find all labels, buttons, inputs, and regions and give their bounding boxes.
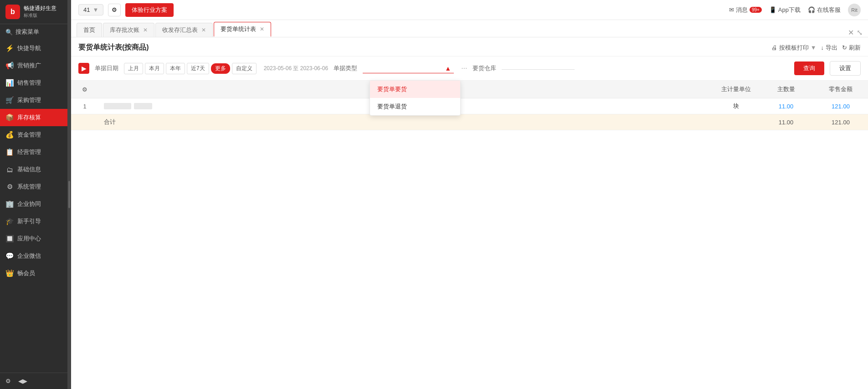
user-avatar[interactable]: Rit	[848, 4, 861, 16]
th-qty: 主数量	[759, 81, 813, 98]
expand-icon: ▶	[82, 65, 87, 72]
th-unit: 主计量单位	[713, 81, 759, 98]
message-icon: ✉	[729, 6, 734, 13]
collapse-icon[interactable]: ◀▶	[18, 378, 27, 384]
sidebar-item-sales[interactable]: 📊 销售管理	[0, 74, 67, 92]
dropdown-item-order-return[interactable]: 要货单退货	[370, 98, 460, 115]
sidebar-scrollbar[interactable]	[67, 0, 71, 389]
filter-more-icon[interactable]: ···	[461, 64, 467, 72]
settings-icon[interactable]: ⚙	[5, 378, 11, 384]
sidebar-item-system[interactable]: ⚙ 系统管理	[0, 178, 67, 195]
gear-icon: ⚙	[112, 6, 117, 13]
sidebar-item-guide[interactable]: 🎓 新手引导	[0, 213, 67, 230]
page-content: 要货单统计表(按商品) 🖨 按模板打印 ▼ ↓ 导出 ↻ 刷新	[71, 37, 868, 389]
gear-button[interactable]: ⚙	[108, 4, 121, 16]
date-btn-more[interactable]: 更多	[211, 63, 230, 74]
sidebar-item-basic[interactable]: 🗂 基础信息	[0, 161, 67, 178]
date-btn-custom[interactable]: 自定义	[232, 63, 257, 74]
cell-qty: 11.00	[759, 98, 813, 114]
enterprise-icon: 🏢	[5, 200, 14, 208]
download-icon: 📱	[769, 6, 776, 13]
print-dropdown-icon: ▼	[811, 44, 817, 51]
sidebar-item-purchase[interactable]: 🛒 采购管理	[0, 92, 67, 109]
cell-no: 1	[71, 98, 98, 114]
type-dropdown: 要货单要货 要货单退货	[370, 80, 461, 116]
sidebar-item-enterprise[interactable]: 🏢 企业协同	[0, 195, 67, 213]
sidebar-item-operation[interactable]: 📋 经营管理	[0, 143, 67, 161]
dropdown-arrow-icon: ▼	[92, 6, 98, 13]
main-area: 41 ▼ ⚙ 体验行业方案 ✉ 消息 99+ 📱 App下载 🎧 在线客服	[71, 0, 868, 389]
date-btn-this-year[interactable]: 本年	[166, 63, 185, 74]
sidebar-item-inventory[interactable]: 📦 库存核算	[0, 109, 67, 126]
date-btn-this-month[interactable]: 本月	[145, 63, 164, 74]
operation-icon: 📋	[5, 148, 14, 156]
sidebar-item-finance[interactable]: 💰 资金管理	[0, 126, 67, 143]
warehouse-label: 要货仓库	[473, 64, 496, 72]
online-service-button[interactable]: 🎧 在线客服	[808, 6, 841, 14]
dropdown-item-order-goods[interactable]: 要货单要货	[370, 81, 460, 98]
filter-row: ▶ 单据日期 上月 本月 本年 近7天 更多 自定义 2023-05-06 至 …	[71, 56, 868, 81]
tab-batch-account[interactable]: 库存批次账 ✕	[103, 23, 154, 37]
page-title: 要货单统计表(按商品)	[78, 43, 149, 52]
headset-icon: 🎧	[808, 6, 815, 13]
trial-button[interactable]: 体验行业方案	[125, 3, 174, 17]
export-button[interactable]: ↓ 导出	[821, 44, 838, 52]
header-right: ✉ 消息 99+ 📱 App下载 🎧 在线客服 Rit	[729, 4, 861, 16]
tab-close-batch[interactable]: ✕	[143, 27, 148, 33]
purchase-icon: 🛒	[5, 96, 14, 104]
settings-button[interactable]: 设置	[830, 61, 861, 76]
tab-home[interactable]: 首页	[77, 23, 102, 37]
scrollbar-thumb	[68, 181, 70, 208]
footer-amount: 121.00	[813, 114, 868, 130]
header-left: 41 ▼ ⚙ 体验行业方案	[78, 3, 174, 17]
marketing-icon: 📢	[5, 61, 14, 70]
inventory-icon: 📦	[5, 113, 14, 122]
finance-icon: 💰	[5, 131, 14, 139]
sidebar-item-quick-nav[interactable]: ⚡ 快捷导航	[0, 40, 67, 57]
product-code-placeholder	[134, 103, 152, 109]
sales-icon: 📊	[5, 79, 14, 87]
sidebar-item-appstore[interactable]: 🔲 应用中心	[0, 230, 67, 247]
logo-text: 畅捷通好生意 标准版	[24, 5, 56, 19]
sidebar-item-member[interactable]: 👑 畅会员	[0, 265, 67, 282]
logo-icon: b	[5, 5, 20, 19]
print-button[interactable]: 🖨 按模板打印 ▼	[771, 44, 817, 52]
sidebar-bottom: ⚙ ◀▶	[0, 373, 67, 389]
table-header-row: ⚙ 商品 主计量单位 主数量 零售金额	[71, 81, 868, 98]
basic-icon: 🗂	[5, 165, 14, 174]
tab-close-receipt[interactable]: ✕	[201, 27, 206, 33]
page-title-row: 要货单统计表(按商品) 🖨 按模板打印 ▼ ↓ 导出 ↻ 刷新	[71, 37, 868, 56]
footer-qty: 11.00	[759, 114, 813, 130]
type-label: 单据类型	[334, 64, 357, 72]
export-icon: ↓	[821, 44, 824, 51]
store-selector[interactable]: 41 ▼	[78, 4, 103, 15]
member-icon: 👑	[5, 269, 14, 277]
th-settings[interactable]: ⚙	[71, 81, 98, 98]
cell-amount: 121.00	[813, 98, 868, 114]
app-download-button[interactable]: 📱 App下载	[769, 6, 801, 14]
messages-button[interactable]: ✉ 消息 99+	[729, 6, 762, 14]
tab-receipt-summary[interactable]: 收发存汇总表 ✕	[155, 23, 213, 37]
quick-nav-icon: ⚡	[5, 44, 14, 52]
footer-label: 合计	[98, 114, 713, 130]
sidebar-item-wechat[interactable]: 💬 企业微信	[0, 247, 67, 265]
column-settings-icon[interactable]: ⚙	[82, 86, 87, 93]
guide-icon: 🎓	[5, 217, 14, 225]
date-btn-7days[interactable]: 近7天	[187, 63, 209, 74]
product-name-placeholder	[104, 103, 131, 109]
tab-order-stats[interactable]: 要货单统计表 ✕	[214, 22, 271, 37]
query-button[interactable]: 查询	[794, 61, 824, 75]
sidebar-nav: ⚡ 快捷导航 📢 营销推广 📊 销售管理 🛒 采购管理 📦 库存核算 💰 资金管…	[0, 40, 67, 373]
tab-close-all-icon[interactable]: ✕	[848, 28, 854, 37]
sidebar-search[interactable]: 🔍 搜索菜单	[0, 24, 67, 40]
sidebar-item-marketing[interactable]: 📢 营销推广	[0, 57, 67, 74]
refresh-button[interactable]: ↻ 刷新	[842, 44, 861, 52]
tab-expand-icon[interactable]: ⤡	[857, 28, 863, 37]
sidebar: b 畅捷通好生意 标准版 🔍 搜索菜单 ⚡ 快捷导航 📢 营销推广 📊 销售管理…	[0, 0, 67, 389]
tab-close-order[interactable]: ✕	[260, 26, 264, 32]
date-btn-last-month[interactable]: 上月	[124, 63, 143, 74]
type-select[interactable]: ▲	[363, 64, 454, 73]
warehouse-select[interactable]	[502, 67, 575, 70]
filter-expand-button[interactable]: ▶	[78, 63, 89, 74]
search-icon: 🔍	[5, 29, 13, 36]
